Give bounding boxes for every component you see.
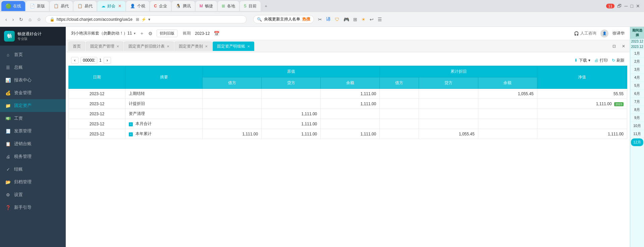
refresh-icon: ↻ [612,58,615,63]
tab-close-category[interactable]: ✕ [205,45,208,48]
scissors-icon[interactable]: ✂ [318,17,322,22]
translate-icon[interactable]: 译 [326,16,331,22]
period-month-8[interactable]: 8月 [630,106,644,114]
home-button[interactable]: ⌂ [27,15,33,23]
user-avatar: 👤 [600,29,608,38]
sidebar-item-fixed-assets[interactable]: 📁 固定资产 [0,99,66,112]
ssl-icon: 🔒 [50,17,55,22]
row0-date: 2023-12 [69,89,125,99]
browser-tab-geshu[interactable]: 👤 个税 [126,1,149,11]
period-month-2[interactable]: 2月 [630,58,644,66]
maximize-btn[interactable]: □ [631,3,633,9]
restore-btn[interactable]: 🗗 [617,3,622,9]
dropdown-icon[interactable]: ▾ [148,17,150,22]
tab-depreciation-stats[interactable]: 固定资产折旧统计表 ✕ [124,42,174,51]
period-month-3[interactable]: 3月 [630,66,644,74]
period-month-4[interactable]: 4月 [630,74,644,82]
refresh-btn[interactable]: ↻ 刷新 [612,58,625,63]
new-tab-button[interactable]: ＋ [261,2,271,10]
browser-tab-tencent[interactable]: 🐧 腾讯 [172,1,195,11]
sidebar-item-reports[interactable]: 📊 报表中心 [0,74,66,86]
sidebar-item-close-period[interactable]: ✓ 结账 [0,163,66,176]
row-icon-yearly: + [129,132,133,136]
page-num: 1 [99,58,102,63]
browser-tab-yidai2[interactable]: 📋 易代 [73,1,97,11]
restore-window-btn[interactable]: ⊡ [610,43,618,49]
history-back-icon[interactable]: ↩ [370,17,374,22]
close-period-icon: ✓ [5,167,11,172]
row1-orig-credit [262,99,321,109]
browser-tab-gedi[interactable]: ⊞ 各地 [218,1,239,11]
tab-fixed-assets-mgmt[interactable]: 固定资产管理 ✕ [86,42,123,51]
sidebar-menu: ⌂ 首页 ☰ 总账 📊 报表中心 💰 资金管理 📁 固定资产 💵 工资 [0,46,66,247]
menu-icon[interactable]: ☰ [378,17,382,22]
shield-icon[interactable]: 🛡 [335,17,339,22]
grid-icon[interactable]: ⊞ [353,17,357,22]
browser-tab-haohui[interactable]: ☁ 好会 ✕ [97,1,125,11]
tab-close-detail[interactable]: ✕ [247,45,250,48]
sidebar-item-archive[interactable]: 📂 归档管理 [0,176,66,188]
theme-icon[interactable]: ☀ [361,17,366,22]
browser-tab-qiye[interactable]: C 企业 [150,1,171,11]
qr-icon[interactable]: ⊞ [136,17,139,22]
calendar-icon[interactable]: 📅 [214,31,219,36]
tab-fixed-assets-category[interactable]: 固定资产类别 ✕ [174,42,212,51]
close-btn[interactable]: ✕ [636,3,640,9]
toolbar-actions: ⬇ 下载 ▾ 🖨 打印 ↻ 刷新 [574,58,625,63]
tab-close-fixed-assets-mgmt[interactable]: ✕ [116,45,119,48]
help-btn[interactable]: 🎧 人工咨询 [574,30,596,36]
next-page-btn[interactable]: › [104,57,111,64]
sidebar-item-guide[interactable]: ❓ 新手引导 [0,201,66,214]
lightning-icon[interactable]: ⚡ [141,17,146,22]
sidebar-item-payroll[interactable]: 💵 工资 [0,112,66,125]
period-month-5[interactable]: 5月 [630,82,644,90]
data-table: 日期 摘要 原值 累计折旧 净值 借方 贷方 余额 借方 贷方 余额 [68,66,627,139]
sidebar-item-ledger[interactable]: ☰ 总账 [0,61,66,74]
row4-accum-debit [380,129,419,139]
minimize-btn[interactable]: ─ [625,3,628,9]
row3-accum-balance [478,119,537,129]
settings-gear-icon[interactable]: ⚙ [148,31,153,36]
notification-badge[interactable]: 11 [606,4,614,8]
sidebar-item-tax[interactable]: 🖨 税务管理 [0,150,66,163]
bookmark-button[interactable]: ☆ [36,15,43,23]
browser-tab-changjie[interactable]: M 畅捷 [196,1,217,11]
period-month-12[interactable]: 12月 [631,138,643,146]
tab-close-depreciation-stats[interactable]: ✕ [167,45,169,48]
forward-button[interactable]: › [11,15,15,23]
download-btn[interactable]: ⬇ 下载 ▾ [574,58,590,63]
period-month-6[interactable]: 6月 [630,90,644,98]
payroll-icon: 💵 [5,116,11,121]
url-bar[interactable]: 🔒 https://cloud.chanjet.com/accounting/u… [45,15,247,23]
tab-fixed-assets-detail[interactable]: 固定资产明细账 ✕ [213,42,254,51]
sidebar-item-inventory[interactable]: 📋 进销台账 [0,137,66,150]
period-month-9[interactable]: 9月 [630,114,644,122]
page-code-input[interactable] [80,57,97,64]
period-month-1[interactable]: 1月 [630,50,644,58]
browser-tab-online[interactable]: 🟢 在线 [1,1,25,11]
search-bar[interactable]: 🔍 央视更新主持人名单 热搜 [253,15,314,23]
row4-date: 2023-12 [69,129,125,139]
add-book-btn[interactable]: ＋ [140,30,144,37]
period-month-7[interactable]: 7月 [630,98,644,106]
prev-page-btn[interactable]: ‹ [71,57,78,64]
tab-home[interactable]: 首页 [68,42,85,51]
row3-orig-balance [321,119,380,129]
sidebar-item-settings[interactable]: ⚙ 设置 [0,188,66,201]
period-month-11[interactable]: 11月 [630,130,644,138]
print-btn[interactable]: 🖨 打印 [594,58,608,63]
refresh-button[interactable]: ↻ [18,15,24,23]
gamepad-icon[interactable]: 🎮 [343,17,349,22]
browser-tab-new[interactable]: 📄 新版 [26,1,49,11]
switch-version-btn[interactable]: 切到旧版 [157,29,177,37]
browser-tab-yidai1[interactable]: 📋 易代 [50,1,73,11]
back-button[interactable]: ‹ [4,15,8,23]
dropdown-arrow[interactable]: ▾ [134,32,136,35]
archive-icon: 📂 [5,179,11,185]
close-window-btn[interactable]: ✕ [620,43,627,49]
browser-tab-mianqian[interactable]: S 目前 [240,1,261,11]
period-month-10[interactable]: 10月 [630,122,644,130]
sidebar-item-funds[interactable]: 💰 资金管理 [0,86,66,99]
sidebar-item-home[interactable]: ⌂ 首页 [0,48,66,61]
sidebar-item-invoice[interactable]: 🧾 发票管理 [0,125,66,137]
